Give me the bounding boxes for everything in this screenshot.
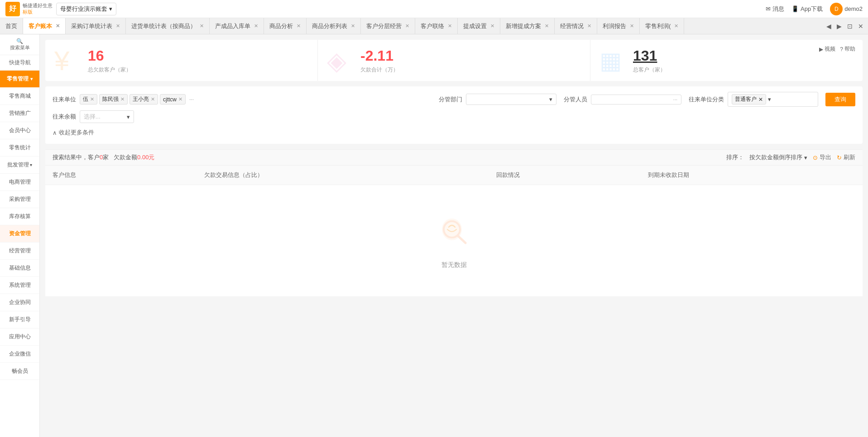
tab-home[interactable]: 首页 [0, 18, 23, 34]
close-icon[interactable]: ✕ [545, 23, 549, 29]
remove-icon[interactable]: ✕ [151, 96, 155, 102]
sidebar-quick-nav[interactable]: 快捷导航 [0, 55, 39, 71]
tab-new-promotion[interactable]: 新增提成方案 ✕ [500, 18, 555, 34]
header-left: 好 畅捷通好生意 标版 母婴行业演示账套 ▾ [5, 2, 116, 16]
tab-close-all[interactable]: ✕ [856, 23, 865, 30]
chevron-down-icon: ▾ [549, 96, 552, 103]
manager-select[interactable]: ··· [591, 95, 681, 104]
close-icon[interactable]: ✕ [674, 23, 678, 29]
unit-label: 往来单位 [53, 95, 76, 104]
sidebar-search[interactable]: 🔍 搜索菜单 [0, 34, 39, 55]
tab-inbound-stats[interactable]: 进货单统计表（按商品） ✕ [126, 18, 210, 34]
remaining-label: 往来余额 [53, 113, 76, 121]
customer-count-value: 0 [100, 154, 103, 161]
remove-icon[interactable]: ✕ [120, 96, 125, 102]
sidebar-item-newbie-guide[interactable]: 新手引导 [0, 311, 39, 328]
close-icon[interactable]: ✕ [630, 23, 634, 29]
stat-label-customers: 总欠款客户（家） [88, 66, 131, 74]
tab-business-status[interactable]: 经营情况 ✕ [555, 18, 597, 34]
video-btn[interactable]: ▶ 视频 [819, 45, 835, 53]
sidebar-item-wholesale-mgmt[interactable]: 批发管理 ▾ [0, 157, 39, 174]
tab-promotion-settings[interactable]: 提成设置 ✕ [458, 18, 500, 34]
close-icon[interactable]: ✕ [448, 23, 452, 29]
sidebar-item-enterprise-wechat[interactable]: 企业微信 [0, 346, 39, 363]
app-download-btn[interactable]: 📱 App下载 [791, 5, 823, 13]
close-icon[interactable]: ✕ [200, 23, 204, 29]
close-icon[interactable]: ✕ [490, 23, 494, 29]
sidebar-item-retail-mall[interactable]: 零售商城 [0, 88, 39, 105]
sidebar-item-inventory[interactable]: 库存核算 [0, 208, 39, 225]
tab-retail-profit[interactable]: 零售利润( ✕ [640, 18, 684, 34]
close-icon[interactable]: ✕ [116, 23, 120, 29]
remove-icon[interactable]: ✕ [90, 96, 94, 102]
close-icon[interactable]: ✕ [56, 23, 60, 29]
tab-product-inbound[interactable]: 产成品入库单 ✕ [210, 18, 264, 34]
sidebar-item-marketing[interactable]: 营销推广 [0, 105, 39, 122]
tab-customer-contact[interactable]: 客户联络 ✕ [415, 18, 458, 34]
sidebar-item-enterprise-coop[interactable]: 企业协同 [0, 294, 39, 311]
sidebar-item-member-vip[interactable]: 畅会员 [0, 363, 39, 380]
tab-purchase-order[interactable]: 采购订单统计表 ✕ [66, 18, 126, 34]
content-area: ▶ 视频 ? 帮助 ¥ 16 总欠款客户（家） ◈ [40, 34, 868, 437]
empty-state: 暂无数据 [45, 185, 863, 296]
close-icon[interactable]: ✕ [587, 23, 591, 29]
filter-tag-chen[interactable]: 陈民强 ✕ [99, 94, 128, 104]
export-icon: ⊙ [813, 154, 818, 161]
message-icon: ✉ [766, 5, 771, 12]
tab-goods-analysis[interactable]: 商品分析 ✕ [264, 18, 307, 34]
sidebar-item-member-center[interactable]: 会员中心 [0, 122, 39, 139]
th-due-date: 到期未收款日期 [641, 166, 863, 185]
tab-profit-report[interactable]: 利润报告 ✕ [597, 18, 640, 34]
tab-maximize[interactable]: ⊡ [845, 23, 854, 30]
credit-value: 0.00元 [137, 154, 154, 161]
remove-icon[interactable]: ✕ [178, 96, 182, 102]
help-icon: ? [840, 46, 843, 52]
store-selector[interactable]: 母婴行业演示账套 ▾ [56, 3, 116, 15]
unit-class-label: 往来单位分类 [689, 95, 724, 104]
chevron-down-icon: ▾ [127, 114, 130, 120]
sidebar-item-retail-stats[interactable]: 零售统计 [0, 139, 39, 157]
chevron-down-icon: ▾ [768, 96, 771, 103]
sidebar-item-business-mgmt[interactable]: 经营管理 [0, 242, 39, 260]
sidebar-item-retail-mgmt[interactable]: 零售管理 ▾ [0, 71, 39, 88]
filter-tag-cjttcw[interactable]: cjttcw ✕ [160, 94, 186, 104]
close-icon[interactable]: ✕ [254, 23, 258, 29]
filter-more-btn[interactable]: ... [187, 94, 196, 104]
close-icon[interactable]: ✕ [351, 23, 355, 29]
filter-tag-wang[interactable]: 王小亮 ✕ [129, 94, 158, 104]
svg-line-2 [458, 236, 465, 243]
sidebar-item-ecommerce[interactable]: 电商管理 [0, 174, 39, 191]
remove-icon[interactable]: ✕ [758, 96, 763, 103]
help-btn[interactable]: ? 帮助 [840, 45, 855, 53]
sidebar-item-capital-mgmt[interactable]: 资金管理 [0, 225, 39, 242]
close-icon[interactable]: ✕ [297, 23, 301, 29]
collapse-btn[interactable]: ∧ 收起更多条件 [53, 128, 855, 137]
stat-value-amount: -2.11 [360, 47, 398, 64]
tab-controls: ◀ ▶ ⊡ ✕ [822, 18, 868, 34]
message-btn[interactable]: ✉ 消息 [766, 5, 784, 13]
sidebar-item-basic-info[interactable]: 基础信息 [0, 260, 39, 277]
close-icon[interactable]: ✕ [405, 23, 409, 29]
sidebar-item-app-center[interactable]: 应用中心 [0, 328, 39, 346]
export-btn[interactable]: ⊙ 导出 [813, 153, 831, 162]
dept-select[interactable]: ▾ [466, 94, 556, 105]
sidebar: 🔍 搜索菜单 快捷导航 零售管理 ▾ 零售商城 营销推广 会员中心 零售统计 批… [0, 34, 40, 437]
avatar: D [830, 3, 843, 15]
refresh-btn[interactable]: ↻ 刷新 [837, 153, 855, 162]
filter-tag-wu[interactable]: 伍 ✕ [80, 94, 97, 104]
tab-goods-analysis-list[interactable]: 商品分析列表 ✕ [307, 18, 361, 34]
sort-select[interactable]: 按欠款金额倒序排序 ▾ [749, 153, 807, 162]
user-menu[interactable]: D demo2 [830, 3, 863, 15]
manager-label: 分管人员 [564, 95, 587, 104]
query-button[interactable]: 查询 [825, 93, 855, 106]
tab-customers[interactable]: 客户账本 ✕ [23, 18, 66, 34]
tab-scroll-right[interactable]: ▶ [835, 23, 844, 30]
tab-scroll-left[interactable]: ◀ [825, 23, 833, 30]
sidebar-item-system-mgmt[interactable]: 系统管理 [0, 277, 39, 294]
remaining-select[interactable]: 选择... ▾ [80, 110, 134, 123]
tab-customer-segment[interactable]: 客户分层经营 ✕ [361, 18, 415, 34]
stat-content-amount: -2.11 欠款合计（万） [360, 47, 398, 74]
unit-class-select[interactable]: 普通客户 ✕ ▾ [728, 92, 818, 107]
stat-card-credit-customers: ¥ 16 总欠款客户（家） [45, 40, 318, 81]
sidebar-item-purchase-mgmt[interactable]: 采购管理 [0, 191, 39, 208]
